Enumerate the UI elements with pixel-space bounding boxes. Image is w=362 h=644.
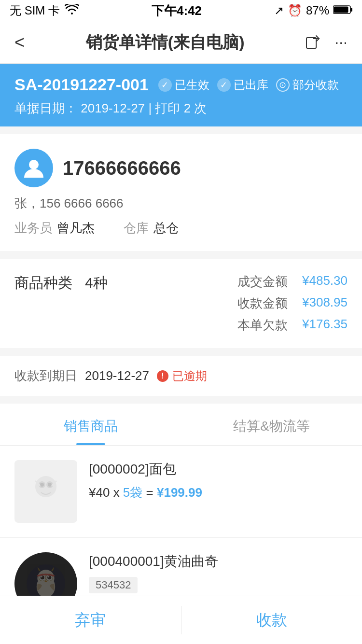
debt-amount: 本单欠款 ¥176.35 xyxy=(237,317,348,334)
due-date-value: 2019-12-27 xyxy=(85,368,149,383)
deal-amount-value: ¥485.30 xyxy=(302,273,348,290)
back-button[interactable]: < xyxy=(14,32,25,53)
customer-id: 17666666666 xyxy=(63,157,181,179)
badge-partial-payment: ⊙ 部分收款 xyxy=(276,77,339,93)
svg-point-4 xyxy=(29,160,39,169)
check-icon-1: ✓ xyxy=(158,78,172,92)
receive-amount-label: 收款金额 xyxy=(237,295,288,312)
battery-text: 87% xyxy=(306,4,329,17)
product-item: [0000002]面包 ¥40 x 5袋 = ¥199.99 xyxy=(0,446,362,538)
product-total-1: ¥199.99 xyxy=(157,485,202,500)
overdue-text: 已逾期 xyxy=(172,368,207,384)
badge-shipped: ✓ 已出库 xyxy=(217,77,268,93)
battery-icon xyxy=(333,4,352,17)
product-image-1 xyxy=(14,460,77,523)
order-date-info: 单据日期： 2019-12-27 | 打印 2 次 xyxy=(14,100,348,117)
warehouse-name: 总仓 xyxy=(153,220,179,237)
status-badges: ✓ 已生效 ✓ 已出库 ⊙ 部分收款 xyxy=(158,77,339,93)
kind-value: 4种 xyxy=(85,275,108,291)
svg-point-8 xyxy=(40,483,44,487)
order-number: SA-20191227-001 xyxy=(14,75,149,94)
print-info: | 打印 2 次 xyxy=(148,101,207,115)
svg-point-18 xyxy=(47,575,51,579)
clock-icon: ⊙ xyxy=(276,78,290,92)
deal-amount-label: 成交金额 xyxy=(237,273,288,290)
status-time: 下午4:42 xyxy=(152,2,202,19)
financial-stats: 成交金额 ¥485.30 收款金额 ¥308.95 本单欠款 ¥176.35 xyxy=(237,273,348,334)
debt-value: ¥176.35 xyxy=(302,317,348,334)
product-sku-2: 534532 xyxy=(89,577,138,593)
product-info-1: [0000002]面包 ¥40 x 5袋 = ¥199.99 xyxy=(89,460,348,501)
svg-rect-3 xyxy=(306,38,316,48)
receive-amount-value: ¥308.95 xyxy=(302,295,348,312)
page-title: 销货单详情(来自电脑) xyxy=(86,31,245,54)
bottom-bar: 弃审 收款 xyxy=(0,596,362,644)
date-label: 单据日期： xyxy=(14,101,77,115)
product-kind: 商品种类 4种 xyxy=(14,273,108,293)
status-right: ↗ ⏰ 87% xyxy=(274,4,352,17)
share-button[interactable] xyxy=(306,32,323,53)
price-base-1: ¥40 xyxy=(89,485,110,500)
product-name-1: [0000002]面包 xyxy=(89,460,348,478)
nav-actions: ··· xyxy=(306,32,348,53)
deal-amount: 成交金额 ¥485.30 xyxy=(237,273,348,290)
location-icon: ↗ xyxy=(274,4,284,17)
wifi-icon xyxy=(65,4,79,17)
badge-effective: ✓ 已生效 xyxy=(158,77,209,93)
check-icon-2: ✓ xyxy=(217,78,231,92)
more-button[interactable]: ··· xyxy=(334,33,348,51)
stats-section: 商品种类 4种 成交金额 ¥485.30 收款金额 ¥308.95 本单欠款 ¥… xyxy=(0,259,362,348)
overdue-icon: ! xyxy=(157,370,168,382)
header-banner: SA-20191227-001 ✓ 已生效 ✓ 已出库 ⊙ 部分收款 单据日期：… xyxy=(0,64,362,126)
due-label: 收款到期日 xyxy=(14,367,77,384)
product-qty-1: 5袋 xyxy=(123,485,142,500)
svg-point-9 xyxy=(48,483,52,487)
customer-avatar xyxy=(14,149,53,187)
kind-label: 商品种类 4种 xyxy=(14,273,108,293)
carrier-text: 无 SIM 卡 xyxy=(10,3,60,18)
cancel-review-button[interactable]: 弃审 xyxy=(0,596,181,644)
tabs-section: 销售商品 结算&物流等 xyxy=(0,404,362,446)
svg-point-17 xyxy=(41,575,44,579)
svg-point-20 xyxy=(48,576,49,577)
nav-bar: < 销货单详情(来自电脑) ··· xyxy=(0,21,362,64)
due-section: 收款到期日 2019-12-27 ! 已逾期 xyxy=(0,356,362,396)
tab-sales-products[interactable]: 销售商品 xyxy=(0,404,181,445)
staff-label: 业务员 xyxy=(14,220,52,237)
tab-settlement-logistics[interactable]: 结算&物流等 xyxy=(181,404,362,445)
overdue-badge: ! 已逾期 xyxy=(157,368,207,384)
order-date: 2019-12-27 xyxy=(81,101,145,115)
svg-rect-1 xyxy=(350,8,352,12)
product-price-1: ¥40 x 5袋 = ¥199.99 xyxy=(89,484,348,501)
status-bar: 无 SIM 卡 下午4:42 ↗ ⏰ 87% xyxy=(0,0,362,21)
debt-label: 本单欠款 xyxy=(237,317,288,334)
customer-name-phone: 张，156 6666 6666 xyxy=(14,195,348,212)
warehouse-label: 仓库 xyxy=(124,220,149,237)
svg-rect-2 xyxy=(334,7,348,13)
product-name-2: [000400001]黄油曲奇 xyxy=(89,552,348,571)
receive-amount: 收款金额 ¥308.95 xyxy=(237,295,348,312)
warehouse-info: 仓库 总仓 xyxy=(124,220,179,237)
customer-meta: 业务员 曾凡杰 仓库 总仓 xyxy=(14,220,348,237)
collect-payment-button[interactable]: 收款 xyxy=(181,596,362,644)
svg-point-19 xyxy=(41,576,42,577)
alarm-icon: ⏰ xyxy=(288,4,302,17)
customer-section: 17666666666 张，156 6666 6666 业务员 曾凡杰 仓库 总… xyxy=(0,134,362,251)
status-left: 无 SIM 卡 xyxy=(10,3,79,18)
staff-info: 业务员 曾凡杰 xyxy=(14,220,95,237)
staff-name: 曾凡杰 xyxy=(57,220,95,237)
